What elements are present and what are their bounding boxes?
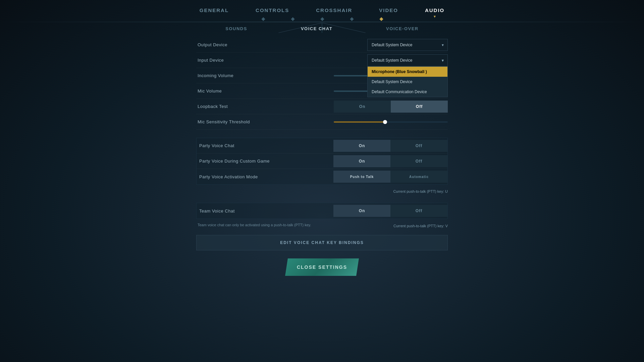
output-device-label: Output Device	[196, 42, 324, 47]
top-nav: GENERAL CONTROLS CROSSHAIR VIDEO AUDIO	[0, 0, 644, 22]
input-device-dropdown-menu: Microphone (Blue Snowball ) Default Syst…	[367, 66, 448, 97]
output-device-select[interactable]: Default System Device	[367, 39, 448, 51]
party-voice-chat-row: Party Voice Chat On Off	[197, 138, 447, 154]
party-voice-activation-control: Push to Talk Automatic	[324, 171, 447, 183]
nav-diamond-video	[350, 17, 354, 21]
party-voice-chat-label: Party Voice Chat	[197, 143, 324, 148]
close-settings-wrapper: CLOSE SETTINGS	[0, 258, 644, 276]
team-voice-chat-label: Team Voice Chat	[197, 208, 324, 214]
edit-voice-chat-key-bindings-button[interactable]: EDIT VOICE CHAT KEY BINDINGS	[196, 235, 448, 250]
party-voice-automatic-button[interactable]: Automatic	[390, 171, 447, 183]
party-voice-custom-on-button[interactable]: On	[333, 155, 390, 167]
team-voice-chat-on-button[interactable]: On	[333, 205, 390, 217]
dropdown-option-0[interactable]: Microphone (Blue Snowball )	[368, 67, 447, 77]
nav-diamond-general	[261, 17, 265, 21]
output-device-row: Output Device Default System Device	[196, 37, 448, 53]
party-ptt-info-row: Current push-to-talk (PTT) key: U	[196, 186, 448, 195]
loopback-off-button[interactable]: Off	[391, 101, 448, 113]
party-voice-custom-toggle: On Off	[333, 155, 447, 167]
party-voice-custom-off-button[interactable]: Off	[390, 155, 447, 167]
sub-nav: SOUNDS VOICE CHAT VOICE-OVER	[0, 26, 644, 31]
party-voice-push-to-talk-button[interactable]: Push to Talk	[333, 171, 390, 183]
nav-general[interactable]: GENERAL	[200, 5, 229, 16]
nav-video[interactable]: VIDEO	[379, 5, 398, 16]
loopback-test-label: Loopback Test	[196, 104, 324, 109]
dropdown-option-2[interactable]: Default Communication Device	[368, 87, 447, 97]
party-voice-activation-label: Party Voice Activation Mode	[197, 174, 324, 179]
team-voice-note: Team voice chat can only be activated us…	[196, 222, 311, 228]
loopback-on-button[interactable]: On	[334, 101, 391, 113]
party-voice-chat-control: On Off	[324, 140, 447, 152]
party-voice-activation-toggle: Push to Talk Automatic	[333, 171, 447, 183]
mic-sensitivity-control	[324, 121, 448, 123]
party-voice-custom-game-row: Party Voice During Custom Game On Off	[197, 154, 447, 169]
output-device-dropdown-wrapper[interactable]: Default System Device	[367, 39, 448, 51]
party-voice-chat-toggle: On Off	[333, 140, 447, 152]
party-voice-activation-row: Party Voice Activation Mode Push to Talk…	[197, 169, 447, 184]
mic-sensitivity-row: Mic Sensitivity Threshold	[196, 114, 448, 130]
loopback-test-row: Loopback Test On Off	[196, 99, 448, 114]
loopback-toggle-group: On Off	[334, 101, 448, 113]
party-voice-chat-section: Party Voice Chat On Off Party Voice Duri…	[196, 138, 448, 185]
party-voice-chat-off-button[interactable]: Off	[390, 140, 447, 152]
subnav-voice-chat[interactable]: VOICE CHAT	[301, 26, 332, 31]
party-voice-custom-game-label: Party Voice During Custom Game	[197, 159, 324, 164]
nav-controls[interactable]: CONTROLS	[256, 5, 289, 16]
nav-crosshair[interactable]: CROSSHAIR	[316, 5, 352, 16]
input-device-dropdown-wrapper[interactable]: Default System Device ▼ Microphone (Blue…	[367, 54, 448, 66]
mic-sensitivity-slider[interactable]	[334, 121, 448, 123]
incoming-volume-label: Incoming Volume	[196, 73, 324, 78]
nav-audio[interactable]: AUDIO	[425, 5, 444, 16]
output-device-control: Default System Device	[324, 39, 448, 51]
team-voice-chat-section: Team Voice Chat On Off	[196, 203, 448, 219]
input-device-display[interactable]: Default System Device	[367, 54, 448, 66]
party-voice-custom-game-control: On Off	[324, 155, 447, 167]
team-ptt-key-label: Current push-to-talk (PTT) key: V	[393, 222, 448, 228]
party-voice-chat-on-button[interactable]: On	[333, 140, 390, 152]
subnav-voice-over[interactable]: VOICE-OVER	[386, 26, 419, 31]
close-settings-button[interactable]: CLOSE SETTINGS	[285, 258, 359, 276]
input-device-row: Input Device Default System Device ▼ Mic…	[196, 53, 448, 68]
loopback-test-control: On Off	[324, 101, 448, 113]
party-ptt-key-label: Current push-to-talk (PTT) key: U	[393, 187, 448, 193]
team-voice-chat-control: On Off	[324, 205, 447, 217]
team-voice-chat-toggle: On Off	[333, 205, 447, 217]
mic-volume-label: Mic Volume	[196, 88, 324, 94]
nav-diamond-controls	[291, 17, 294, 21]
team-voice-chat-row: Team Voice Chat On Off	[197, 203, 447, 219]
input-device-control: Default System Device ▼ Microphone (Blue…	[324, 54, 448, 66]
dropdown-option-1[interactable]: Default System Device	[368, 77, 447, 87]
nav-diamond-crosshair	[320, 17, 324, 21]
subnav-sounds[interactable]: SOUNDS	[225, 26, 247, 31]
team-voice-chat-off-button[interactable]: Off	[390, 205, 447, 217]
input-device-label: Input Device	[196, 58, 324, 63]
mic-sensitivity-label: Mic Sensitivity Threshold	[196, 119, 324, 124]
nav-diamond-audio	[379, 17, 383, 21]
